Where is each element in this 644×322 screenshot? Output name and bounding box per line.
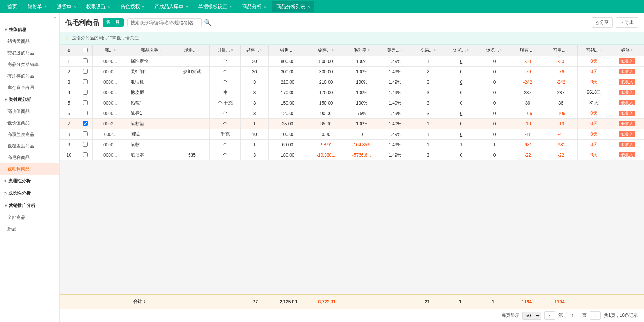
nav-close-icon[interactable]: ×: [264, 5, 266, 9]
sidebar-item-低价值商品[interactable]: 低价值商品: [0, 117, 59, 129]
sort-code-icon[interactable]: ⇅: [113, 49, 116, 52]
sidebar-group-2[interactable]: >流通性分析: [0, 175, 59, 187]
row-check-7[interactable]: [78, 129, 92, 140]
views1-link-6[interactable]: 0: [460, 121, 462, 127]
nav-item-产成品入库单[interactable]: 产成品入库单×: [150, 1, 192, 12]
sidebar-item-高价值商品[interactable]: 高价值商品: [0, 106, 59, 117]
views1-link-0[interactable]: 0: [460, 59, 462, 64]
nav-item-角色授权[interactable]: 角色授权×: [116, 1, 149, 12]
sort-sales-qty-icon[interactable]: ⇅: [260, 49, 263, 52]
row-checkbox-8[interactable]: [83, 142, 88, 147]
nav-item-首页[interactable]: 首页: [3, 1, 22, 12]
sidebar-item-新品[interactable]: 新品: [0, 223, 59, 235]
row-checkbox-7[interactable]: [83, 131, 88, 136]
sort-spec-icon[interactable]: ⇅: [197, 49, 200, 52]
sort-name-icon[interactable]: ⇅: [159, 49, 162, 52]
views1-link-2[interactable]: 0: [460, 80, 462, 85]
sidebar-group-1[interactable]: ∨类射度分析: [0, 93, 59, 106]
nav-item-商品分析列表[interactable]: 商品分析列表×: [272, 1, 314, 12]
next-page-button[interactable]: ＞: [590, 311, 601, 320]
sort-unit-icon[interactable]: ⇅: [231, 49, 233, 52]
row-check-1[interactable]: [78, 67, 92, 77]
row-checkbox-9[interactable]: [83, 152, 88, 157]
th-check[interactable]: [78, 45, 92, 56]
row-checkbox-6[interactable]: [83, 121, 88, 126]
export-button[interactable]: ↗ 导出: [616, 17, 638, 28]
views1-link-3[interactable]: 0: [460, 90, 462, 95]
row-check-0[interactable]: [78, 56, 92, 67]
sort-gross-margin-icon[interactable]: ⇅: [368, 49, 370, 52]
sort-tag-icon[interactable]: ⇅: [631, 49, 633, 52]
row-spec-5: [174, 108, 210, 119]
sidebar-group-0[interactable]: ∨整体信息: [0, 23, 59, 36]
search-input[interactable]: [127, 18, 202, 27]
nav-item-进货单[interactable]: 进货单×: [52, 1, 80, 12]
nav-close-icon[interactable]: ×: [186, 5, 188, 9]
nav-close-icon[interactable]: ×: [308, 5, 310, 9]
row-check-2[interactable]: [78, 77, 92, 87]
share-button[interactable]: ⎘ 分享: [592, 17, 613, 28]
nav-item-销货单[interactable]: 销货单×: [23, 1, 51, 12]
sidebar-item-库存资金占用[interactable]: 库存资金占用: [0, 82, 59, 93]
sort-coverage-icon[interactable]: ⇅: [400, 49, 403, 52]
prev-page-button[interactable]: ＜: [544, 311, 555, 320]
nav-item-权限设置[interactable]: 权限设置×: [82, 1, 115, 12]
sidebar-group-3[interactable]: >成长性分析: [0, 187, 59, 200]
row-checkbox-0[interactable]: [83, 58, 88, 63]
nav-close-icon[interactable]: ×: [142, 5, 144, 9]
sort-views1-icon[interactable]: ⇅: [467, 49, 469, 52]
sidebar-item-交易过的商品[interactable]: 交易过的商品: [0, 47, 59, 59]
views1-link-7[interactable]: 0: [460, 132, 462, 137]
views1-link-9[interactable]: 0: [460, 153, 462, 158]
views1-link-1[interactable]: 0: [460, 69, 462, 74]
sidebar-item-销售类商品[interactable]: 销售类商品: [0, 36, 59, 47]
sort-salable-days-icon[interactable]: ⇅: [599, 49, 602, 52]
row-salable-days-3: 8610天: [577, 87, 611, 98]
row-checkbox-5[interactable]: [83, 111, 88, 115]
nav-close-icon[interactable]: ×: [108, 5, 110, 9]
row-check-6[interactable]: [78, 119, 92, 129]
row-sales-profit-9: -10,380...: [307, 150, 345, 160]
sort-sales-profit-icon[interactable]: ⇅: [331, 49, 334, 52]
sidebar-item-有库存的商品[interactable]: 有库存的商品: [0, 70, 59, 82]
views1-link-5[interactable]: 0: [460, 111, 462, 116]
row-checkbox-1[interactable]: [83, 69, 88, 74]
row-check-4[interactable]: [78, 98, 92, 108]
sort-current-stock-icon[interactable]: ⇅: [533, 49, 536, 52]
sidebar-item-高毛利商品[interactable]: 高毛利商品: [0, 152, 59, 163]
sort-transactions-icon[interactable]: ⇅: [433, 49, 436, 52]
nav-item-商品分析[interactable]: 商品分析×: [238, 1, 270, 12]
row-check-3[interactable]: [78, 87, 92, 98]
views1-link-8[interactable]: 1: [460, 142, 462, 147]
sort-available-stock-icon[interactable]: ⇅: [566, 49, 569, 52]
row-check-5[interactable]: [78, 108, 92, 119]
row-check-8[interactable]: [78, 140, 92, 150]
sidebar-item-高覆盖度商品[interactable]: 高覆盖度商品: [0, 129, 59, 140]
views1-link-4[interactable]: 0: [460, 101, 462, 106]
sidebar-item-全部商品[interactable]: 全部商品: [0, 212, 59, 223]
nav-close-icon[interactable]: ×: [74, 5, 76, 9]
row-check-9[interactable]: [78, 150, 92, 160]
nav-item-单据模板设置[interactable]: 单据模板设置×: [194, 1, 236, 12]
filter-period-button[interactable]: 近一月: [103, 18, 124, 27]
tag-badge-5: 低收入: [619, 111, 635, 116]
totals-sales-profit: -8,723.91: [307, 297, 345, 306]
nav-close-icon[interactable]: ×: [230, 5, 232, 9]
sidebar-collapse-icon[interactable]: «: [54, 16, 56, 21]
settings-icon[interactable]: ⚙: [67, 48, 71, 53]
row-checkbox-2[interactable]: [83, 79, 88, 84]
row-checkbox-4[interactable]: [83, 100, 88, 105]
sort-views2-icon[interactable]: ⇅: [500, 49, 503, 52]
table-container[interactable]: ⚙ 商... ⇅ 商品名称: [60, 45, 644, 294]
sidebar-group-4[interactable]: ∨营销推广分析: [0, 200, 59, 212]
sidebar-item-低覆盖度商品[interactable]: 低覆盖度商品: [0, 140, 59, 152]
select-all-checkbox[interactable]: [83, 48, 88, 52]
sidebar-item-商品分类助销率[interactable]: 商品分类助销率: [0, 59, 59, 70]
sort-sales-amt-icon[interactable]: ⇅: [293, 49, 296, 52]
page-size-select[interactable]: 50 20 100: [522, 312, 541, 320]
sidebar-item-低毛利商品[interactable]: 低毛利商品: [0, 163, 59, 175]
page-number-input[interactable]: [566, 312, 579, 319]
nav-close-icon[interactable]: ×: [44, 5, 47, 9]
search-icon[interactable]: 🔍: [204, 19, 211, 26]
row-checkbox-3[interactable]: [83, 90, 88, 95]
